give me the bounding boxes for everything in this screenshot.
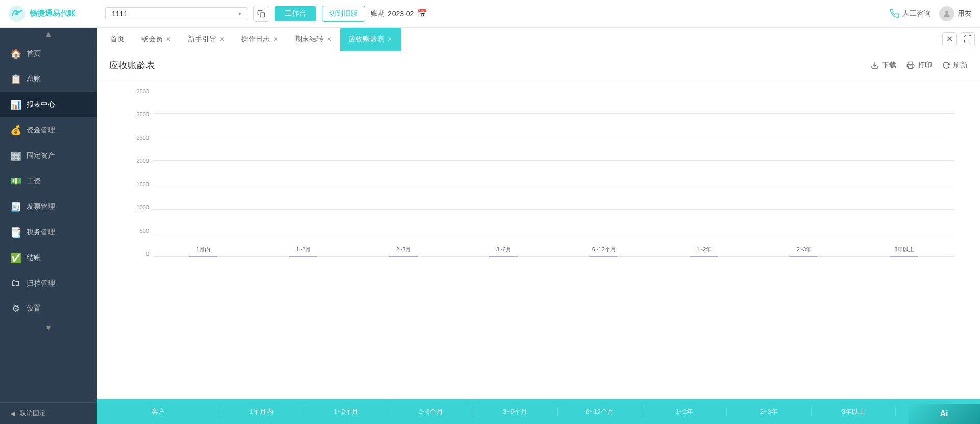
bars-container <box>153 88 954 257</box>
sidebar-item-tax[interactable]: 📑 税务管理 <box>0 220 97 245</box>
x-label-0: 1月内 <box>153 246 253 253</box>
sidebar-label-checkout: 结账 <box>27 253 41 263</box>
print-button[interactable]: 打印 <box>906 61 932 70</box>
main-layout: ▲ 🏠 首页 📋 总账 📊 报表中心 💰 资金管理 🏢 固定资产 💵 工资 🧾 … <box>0 28 980 424</box>
y-label-0: 0 <box>146 251 153 257</box>
svg-point-1 <box>15 12 18 15</box>
sidebar-label-home: 首页 <box>27 49 41 58</box>
tabs-actions: ✕ ⛶ <box>942 32 975 46</box>
ai-badge-label: Ai <box>940 409 948 418</box>
tab-home[interactable]: 首页 <box>102 28 133 51</box>
tab-guide-close[interactable]: ✕ <box>219 36 225 43</box>
home-icon: 🏠 <box>10 48 21 59</box>
period-value: 2023-02 <box>388 10 414 18</box>
y-label-2500-3: 2500 <box>137 135 153 141</box>
download-icon <box>871 61 879 69</box>
sidebar-item-archive[interactable]: 🗂 归档管理 <box>0 271 97 296</box>
tab-guide-label: 新手引导 <box>188 35 216 44</box>
chevron-down-icon: ▾ <box>238 10 241 17</box>
header-right: 人工咨询 用友 <box>890 6 972 21</box>
th-6-12month: 6~12个月 <box>558 407 643 416</box>
svg-point-3 <box>945 11 948 14</box>
th-1month: 1个月内 <box>219 407 304 416</box>
settings-icon: ⚙ <box>10 303 21 314</box>
th-3year-plus: 3年以上 <box>812 407 896 416</box>
x-label-5: 1~2年 <box>654 246 754 253</box>
sidebar-item-home[interactable]: 🏠 首页 <box>0 41 97 66</box>
sidebar-item-settings[interactable]: ⚙ 设置 <box>0 296 97 321</box>
x-labels: 1月内 1~2月 2~3月 3~6月 6~12个月 1~2年 2~3年 3年以上 <box>153 242 954 257</box>
invoice-icon: 🧾 <box>10 201 21 213</box>
collapse-label: 取消固定 <box>19 409 46 418</box>
copy-button[interactable] <box>253 6 270 22</box>
tab-oplog-label: 操作日志 <box>241 35 270 44</box>
tab-oplog-close[interactable]: ✕ <box>273 36 278 43</box>
ai-badge[interactable]: Ai <box>908 404 980 424</box>
tab-member[interactable]: 畅会员 ✕ <box>133 28 180 51</box>
sidebar-item-ledger[interactable]: 📋 总账 <box>0 66 97 92</box>
sidebar-scroll-up[interactable]: ▲ <box>0 28 97 41</box>
sidebar-label-ledger: 总账 <box>27 75 41 84</box>
sidebar-label-assets: 固定资产 <box>27 151 55 160</box>
sidebar-item-salary[interactable]: 💵 工资 <box>0 169 97 194</box>
tab-member-close[interactable]: ✕ <box>166 36 171 43</box>
page-content: 应收账龄表 下载 打印 <box>97 51 980 424</box>
tab-home-label: 首页 <box>110 35 125 44</box>
sidebar-item-checkout[interactable]: ✅ 结账 <box>0 245 97 271</box>
download-button[interactable]: 下载 <box>871 61 896 70</box>
company-selector[interactable]: 1111 ▾ <box>105 7 248 20</box>
sidebar-collapse-btn[interactable]: ◀ 取消固定 <box>0 402 97 424</box>
sidebar-label-funds: 资金管理 <box>27 126 55 135</box>
refresh-label: 刷新 <box>953 61 968 70</box>
x-label-2: 2~3月 <box>354 246 454 253</box>
th-3-6month: 3~6个月 <box>473 407 558 416</box>
archive-icon: 🗂 <box>10 278 21 289</box>
download-label: 下载 <box>882 61 896 70</box>
user-name: 用友 <box>958 9 972 18</box>
sidebar-label-salary: 工资 <box>27 177 41 186</box>
x-label-3: 3~6月 <box>454 246 554 253</box>
tab-member-label: 畅会员 <box>141 35 163 44</box>
print-label: 打印 <box>918 61 932 70</box>
th-1-2month: 1~2个月 <box>304 407 389 416</box>
tab-ar-aging-close[interactable]: ✕ <box>387 36 393 43</box>
page-header: 应收账龄表 下载 打印 <box>97 51 980 78</box>
calendar-icon[interactable]: 📅 <box>417 9 427 18</box>
tab-period-end-close[interactable]: ✕ <box>327 36 332 43</box>
switch-version-button[interactable]: 切到旧版 <box>322 6 365 22</box>
workbench-button[interactable]: 工作台 <box>275 6 316 21</box>
th-2-3year: 2~3年 <box>727 407 812 416</box>
tab-oplog[interactable]: 操作日志 ✕ <box>233 28 287 51</box>
company-name: 1111 <box>112 10 234 18</box>
tab-period-end[interactable]: 期末结转 ✕ <box>287 28 340 51</box>
refresh-button[interactable]: 刷新 <box>942 61 968 70</box>
period-area: 账期 2023-02 📅 <box>371 9 427 18</box>
expand-tab-button[interactable]: ⛶ <box>961 32 975 46</box>
assets-icon: 🏢 <box>10 150 21 161</box>
chart-container: 2500 2500 2500 2000 1500 1000 500 0 <box>97 78 980 399</box>
refresh-icon <box>942 61 950 69</box>
tab-guide[interactable]: 新手引导 ✕ <box>180 28 233 51</box>
ledger-icon: 📋 <box>10 74 21 85</box>
th-1-2year: 1~2年 <box>642 407 727 416</box>
logo-text: 畅捷通易代账 <box>30 9 76 18</box>
sidebar-item-assets[interactable]: 🏢 固定资产 <box>0 143 97 169</box>
funds-icon: 💰 <box>10 125 21 136</box>
logo-icon <box>8 5 26 22</box>
close-tab-button[interactable]: ✕ <box>942 32 957 46</box>
sidebar-item-funds[interactable]: 💰 资金管理 <box>0 117 97 143</box>
support-button[interactable]: 人工咨询 <box>890 9 931 18</box>
sidebar-scroll-down[interactable]: ▼ <box>0 321 97 335</box>
collapse-icon: ◀ <box>10 410 15 417</box>
th-customer: 客户 <box>97 407 219 416</box>
salary-icon: 💵 <box>10 176 21 187</box>
x-label-6: 2~3年 <box>754 246 854 253</box>
sidebar-item-reports[interactable]: 📊 报表中心 <box>0 92 97 117</box>
sidebar-label-invoice: 发票管理 <box>27 202 55 211</box>
print-icon <box>906 61 915 69</box>
tab-ar-aging[interactable]: 应收账龄表 ✕ <box>340 28 401 51</box>
y-label-2500-2: 2500 <box>137 111 153 117</box>
avatar <box>939 6 954 21</box>
sidebar-item-invoice[interactable]: 🧾 发票管理 <box>0 194 97 220</box>
user-area[interactable]: 用友 <box>939 6 972 21</box>
